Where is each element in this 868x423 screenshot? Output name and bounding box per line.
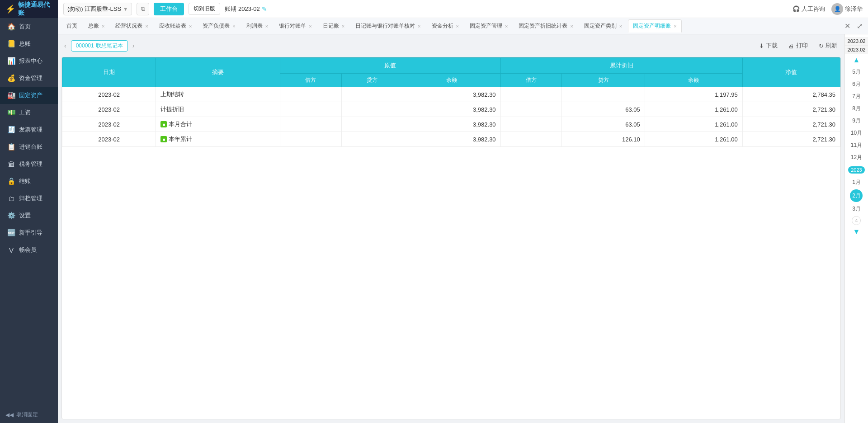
switch-version-button[interactable]: 切到旧版 [189,3,220,15]
tab-close-profit[interactable]: × [265,24,268,29]
cell-summary: ■本月合计 [156,117,280,132]
sidebar-item-tax[interactable]: 🏛税务管理 [0,155,58,173]
cell-orig-balance: 3,982.30 [403,132,500,147]
ai-consult-link[interactable]: 🎧 人工咨询 [793,5,825,13]
sidebar-label-purchase-sale: 进销台账 [19,143,42,151]
sidebar-label-capital: 资金管理 [19,74,42,82]
tab-close-bank-statement[interactable]: × [309,24,311,29]
tab-bank-statement[interactable]: 银行对账单× [274,19,316,33]
sidebar-item-salary[interactable]: 💵工资 [0,104,58,121]
table-row: 2023-02 上期结转 3,982.30 1,197.95 2,784.35 [62,87,840,102]
period-edit-icon[interactable]: ✎ [262,5,267,13]
sidebar-item-reports[interactable]: 📊报表中心 [0,52,58,70]
tab-profit[interactable]: 利润表× [241,19,273,33]
expand-tabs-button[interactable]: ⤢ [855,21,864,31]
tab-receivable[interactable]: 应收账龄表× [154,19,197,33]
sidebar-label-ledger: 总账 [19,40,31,48]
tab-close-receivable[interactable]: × [189,24,192,29]
tab-label-ledger: 总账 [88,22,99,30]
sidebar-label-salary: 工资 [19,108,31,117]
tab-label-receivable: 应收账龄表 [159,22,186,30]
workspace-button[interactable]: 工作台 [154,3,184,15]
refresh-icon: ↻ [819,42,824,49]
user-menu[interactable]: 👤 徐泽华 [831,3,863,15]
sidebar-item-capital[interactable]: 💰资金管理 [0,70,58,87]
tab-fixed-assets-category[interactable]: 固定资产类别× [579,19,627,33]
sidebar-item-settings[interactable]: ⚙️设置 [0,207,58,224]
ai-consult-label: 人工咨询 [802,5,825,13]
close-all-tabs-button[interactable]: ✕ [843,21,852,31]
tab-journal[interactable]: 日记账× [318,19,349,33]
tab-close-journal[interactable]: × [342,24,344,29]
tab-fixed-assets-depreciation[interactable]: 固定资产折旧统计表× [514,19,578,33]
sidebar-item-fixed-assets[interactable]: 🏭固定资产 [0,87,58,104]
tab-close-journal-bank-check[interactable]: × [418,24,420,29]
tab-close-balance-sheet[interactable]: × [232,24,235,29]
topbar-right: 🎧 人工咨询 👤 徐泽华 [793,3,863,15]
breadcrumb-next[interactable]: › [130,41,137,50]
tab-close-operation-status[interactable]: × [145,24,148,29]
tab-close-fixed-assets-depreciation[interactable]: × [570,24,573,29]
sidebar-pin-toggle[interactable]: ◀◀ 取消固定 [0,406,58,423]
app-name: 畅捷通易代账 [18,1,52,17]
table-row: 2023-02 ■本年累计 3,982.30 126.10 1,261.00 2… [62,132,840,147]
refresh-button[interactable]: ↻ 刷新 [815,40,841,52]
tab-journal-bank-check[interactable]: 日记账与银行对账单核对× [350,19,425,33]
sidebar-item-ledger[interactable]: 📒总账 [0,35,58,52]
tab-balance-sheet[interactable]: 资产负债表× [198,19,240,33]
sidebar-item-purchase-sale[interactable]: 📋进销台账 [0,138,58,155]
timeline-month-item[interactable]: 3月 [848,203,864,215]
cell-accum-credit: 126.10 [562,132,645,147]
timeline-item[interactable]: 4 [848,216,864,225]
download-button[interactable]: ⬇ 下载 [755,40,781,52]
tab-label-fixed-assets-category: 固定资产类别 [584,22,617,30]
copy-button[interactable]: ⧉ [137,3,149,15]
tab-close-fixed-assets-detail[interactable]: × [674,24,676,29]
tab-fixed-assets-detail[interactable]: 固定资产明细账× [628,19,681,33]
col-orig-balance: 余额 [403,74,500,87]
col-orig-debit: 借方 [280,74,341,87]
timeline-month-item[interactable]: 5月 [848,66,864,78]
sidebar-nav: 🏠首页📒总账📊报表中心💰资金管理🏭固定资产💵工资🧾发票管理📋进销台账🏛税务管理🔒… [0,18,58,406]
timeline-up-button[interactable]: ▲ [852,56,861,64]
tab-label-fixed-assets-detail: 固定资产明细账 [633,22,671,30]
summary-text: 计提折旧 [160,106,184,113]
tab-close-fixed-assets-category[interactable]: × [619,24,622,29]
sidebar-item-archive[interactable]: 🗂归档管理 [0,190,58,207]
timeline-month-item[interactable]: 6月 [848,78,864,90]
sidebar-item-vip[interactable]: V畅会员 [0,241,58,258]
timeline-sidebar: 2023.02 2023.02 ▲ 5月6月7月8月9月10月11月12月202… [844,34,868,423]
cell-orig-credit [341,132,403,147]
timeline-month-item[interactable]: 9月 [848,115,864,127]
tab-label-journal: 日记账 [323,22,339,30]
sidebar-item-guide[interactable]: 🆕新手引导 [0,224,58,241]
sidebar-item-closing[interactable]: 🔒结账 [0,173,58,190]
timeline-header-2: 2023.02 [845,46,868,54]
timeline-month-item[interactable]: 7月 [848,90,864,103]
tab-close-ledger[interactable]: × [102,24,104,29]
timeline-month-item[interactable]: 11月 [848,139,864,151]
tab-close-fixed-assets-mgmt[interactable]: × [505,24,508,29]
tab-home[interactable]: 首页 [61,19,82,33]
tab-close-capital-analysis[interactable]: × [456,24,459,29]
sidebar-icon-home: 🏠 [7,23,15,31]
sidebar-item-invoice[interactable]: 🧾发票管理 [0,121,58,138]
print-button[interactable]: 🖨 打印 [785,40,811,52]
timeline-month-item[interactable]: 10月 [848,127,864,139]
timeline-month-item[interactable]: 1月 [848,176,864,188]
timeline-month-item[interactable]: 12月 [848,151,864,164]
sidebar-item-home[interactable]: 🏠首页 [0,18,58,35]
timeline-month-active[interactable]: 2月 [848,189,864,202]
tab-label-fixed-assets-mgmt: 固定资产管理 [470,22,502,30]
col-original-value: 原值 [280,58,500,74]
sidebar-icon-salary: 💵 [7,108,15,117]
tab-fixed-assets-mgmt[interactable]: 固定资产管理× [465,19,513,33]
tab-operation-status[interactable]: 经营状况表× [110,19,153,33]
company-selector[interactable]: (勿动) 江西服垂-LSS ▼ [63,3,132,15]
breadcrumb-prev[interactable]: ‹ [61,41,69,50]
sidebar-icon-guide: 🆕 [7,229,15,237]
timeline-month-item[interactable]: 8月 [848,103,864,115]
tab-ledger[interactable]: 总账× [83,19,109,33]
timeline-down-button[interactable]: ▼ [852,228,861,236]
tab-capital-analysis[interactable]: 资金分析× [427,19,464,33]
